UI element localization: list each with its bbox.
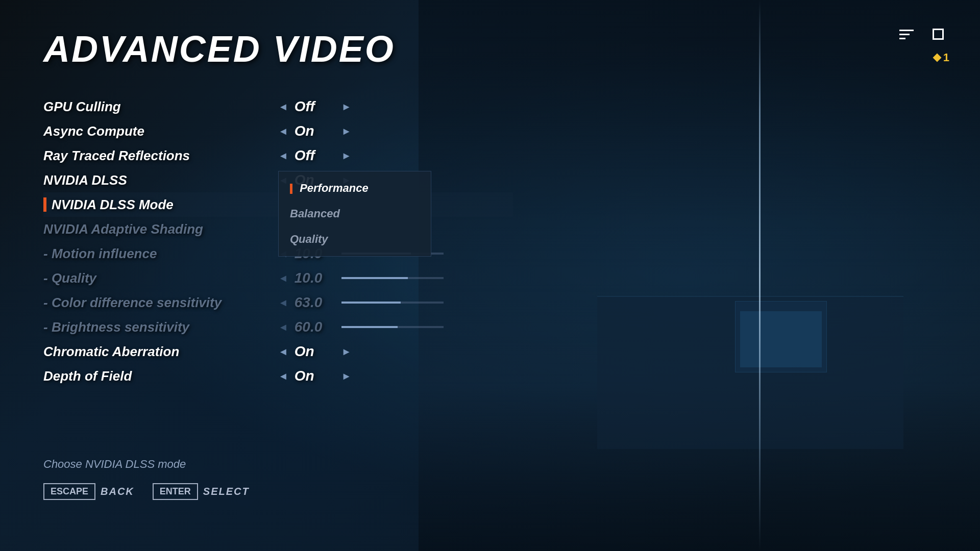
active-indicator xyxy=(43,197,46,212)
arrow-right-ray-traced[interactable]: ► xyxy=(341,150,352,162)
setting-row-gpu-culling[interactable]: GPU Culling ◄ Off ► xyxy=(43,94,513,119)
setting-value-async-compute: On xyxy=(295,123,335,139)
diamond-icon xyxy=(933,54,941,62)
setting-label-gpu-culling: GPU Culling xyxy=(43,99,278,115)
setting-label-nvidia-dlss: NVIDIA DLSS xyxy=(43,172,278,188)
slider-track-brightness[interactable] xyxy=(341,326,444,328)
setting-value-container-async-compute: ◄ On ► xyxy=(278,123,352,139)
arrow-left-chromatic-aberration[interactable]: ◄ xyxy=(278,346,288,358)
enter-key-label: SELECT xyxy=(203,486,250,497)
setting-label-nvidia-adaptive-shading: NVIDIA Adaptive Shading xyxy=(43,221,278,237)
setting-label-async-compute: Async Compute xyxy=(43,123,278,139)
setting-row-depth-of-field[interactable]: Depth of Field ◄ On ► xyxy=(43,364,513,388)
escape-key-box: ESCAPE xyxy=(43,483,95,500)
dlss-mode-dropdown[interactable]: Performance Balanced Quality xyxy=(278,171,431,257)
setting-label-motion-influence: - Motion influence xyxy=(43,246,278,262)
arrow-left-color-diff[interactable]: ◄ xyxy=(278,297,288,309)
slider-track-quality[interactable] xyxy=(341,277,444,279)
arrow-right-async-compute[interactable]: ► xyxy=(341,126,352,137)
setting-value-gpu-culling: Off xyxy=(295,98,335,115)
arrow-left-gpu-culling[interactable]: ◄ xyxy=(278,101,288,113)
arrow-right-gpu-culling[interactable]: ► xyxy=(341,101,352,113)
square-icon xyxy=(933,29,944,40)
menu-icon-button[interactable] xyxy=(895,23,918,45)
setting-value-chromatic-aberration: On xyxy=(295,343,335,360)
setting-row-quality[interactable]: - Quality ◄ 10.0 xyxy=(43,266,513,290)
setting-row-chromatic-aberration[interactable]: Chromatic Aberration ◄ On ► xyxy=(43,339,513,364)
dropdown-item-quality[interactable]: Quality xyxy=(279,227,431,252)
setting-value-brightness: 60.0 xyxy=(295,319,335,335)
arrow-right-depth-of-field[interactable]: ► xyxy=(341,370,352,382)
setting-label-brightness: - Brightness sensitivity xyxy=(43,319,278,335)
arrow-left-ray-traced[interactable]: ◄ xyxy=(278,150,288,162)
setting-value-container-chromatic-aberration: ◄ On ► xyxy=(278,343,352,360)
escape-key-label: BACK xyxy=(101,486,134,497)
hamburger-icon xyxy=(899,30,914,39)
setting-label-color-diff: - Color difference sensitivity xyxy=(43,295,278,311)
enter-button-hint: ENTER SELECT xyxy=(153,483,250,500)
setting-value-ray-traced-reflections: Off xyxy=(295,147,335,164)
setting-value-container-gpu-culling: ◄ Off ► xyxy=(278,98,352,115)
setting-value-container-depth-of-field: ◄ On ► xyxy=(278,368,352,384)
slider-track-color-diff[interactable] xyxy=(341,302,444,304)
dropdown-item-performance[interactable]: Performance xyxy=(279,176,431,201)
dropdown-item-balanced[interactable]: Balanced xyxy=(279,201,431,227)
enter-key-box: ENTER xyxy=(153,483,198,500)
arrow-left-async-compute[interactable]: ◄ xyxy=(278,126,288,137)
slider-container-quality: ◄ 10.0 xyxy=(278,270,444,286)
setting-row-async-compute[interactable]: Async Compute ◄ On ► xyxy=(43,119,513,143)
top-right-controls xyxy=(895,23,949,45)
setting-value-depth-of-field: On xyxy=(295,368,335,384)
setting-label-chromatic-aberration: Chromatic Aberration xyxy=(43,344,278,360)
hint-text: Choose NVIDIA DLSS mode xyxy=(43,458,250,471)
slider-fill-brightness xyxy=(341,326,398,328)
setting-label-ray-traced-reflections: Ray Traced Reflections xyxy=(43,148,278,164)
slider-container-color-diff: ◄ 63.0 xyxy=(278,294,444,311)
escape-button-hint: ESCAPE BACK xyxy=(43,483,134,500)
setting-label-depth-of-field: Depth of Field xyxy=(43,368,278,384)
ui-overlay: ADVANCED VIDEO 1 GPU Culling ◄ Off ► xyxy=(0,0,980,551)
setting-value-container-ray-traced-reflections: ◄ Off ► xyxy=(278,147,352,164)
setting-row-color-diff[interactable]: - Color difference sensitivity ◄ 63.0 xyxy=(43,290,513,315)
bottom-info: Choose NVIDIA DLSS mode ESCAPE BACK ENTE… xyxy=(43,458,250,500)
slider-fill-quality xyxy=(341,277,408,279)
arrow-right-chromatic-aberration[interactable]: ► xyxy=(341,346,352,358)
player-badge-number: 1 xyxy=(943,51,949,64)
setting-label-nvidia-dlss-mode: NVIDIA DLSS Mode xyxy=(52,197,278,213)
setting-value-color-diff: 63.0 xyxy=(295,294,335,311)
player-badge: 1 xyxy=(934,51,949,64)
selected-indicator xyxy=(290,184,292,194)
page-title: ADVANCED VIDEO xyxy=(43,28,395,70)
button-hints: ESCAPE BACK ENTER SELECT xyxy=(43,483,250,500)
arrow-left-brightness[interactable]: ◄ xyxy=(278,321,288,333)
square-icon-button[interactable] xyxy=(927,23,949,45)
arrow-left-quality[interactable]: ◄ xyxy=(278,272,288,284)
slider-fill-color-diff xyxy=(341,302,401,304)
setting-row-ray-traced-reflections[interactable]: Ray Traced Reflections ◄ Off ► xyxy=(43,143,513,168)
setting-row-brightness[interactable]: - Brightness sensitivity ◄ 60.0 xyxy=(43,315,513,339)
setting-label-quality: - Quality xyxy=(43,270,278,286)
setting-value-quality: 10.0 xyxy=(295,270,335,286)
arrow-left-depth-of-field[interactable]: ◄ xyxy=(278,370,288,382)
slider-container-brightness: ◄ 60.0 xyxy=(278,319,444,335)
